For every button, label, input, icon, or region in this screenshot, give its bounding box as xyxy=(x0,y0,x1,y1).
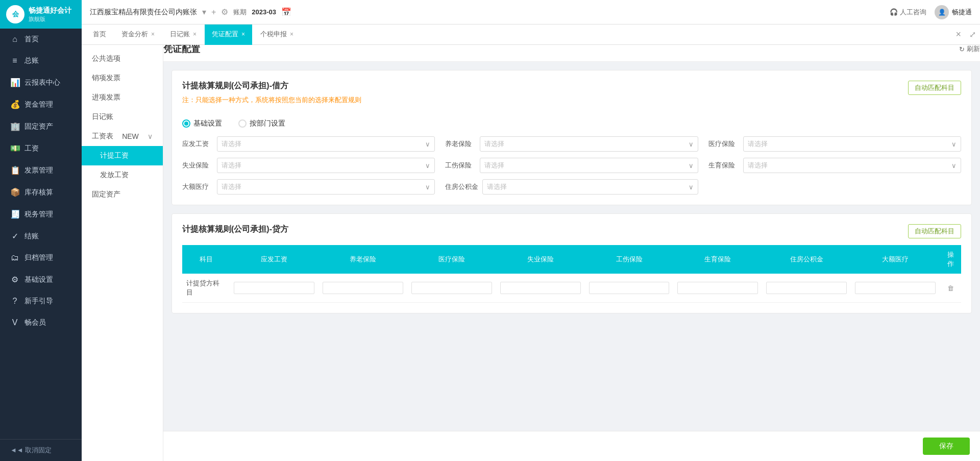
calendar-icon[interactable]: 📅 xyxy=(281,7,291,17)
add-account-icon[interactable]: + xyxy=(211,8,216,17)
user-info: 👤 畅捷通 xyxy=(935,5,972,19)
menu-item-calc-salary[interactable]: 计提工资 xyxy=(82,146,163,165)
tab-home[interactable]: 首页 xyxy=(86,25,113,45)
input-gongjijin[interactable] xyxy=(766,282,847,294)
menu-item-journal[interactable]: 日记账 xyxy=(82,107,163,127)
menu-group-salary[interactable]: 工资表 NEW ∨ xyxy=(82,127,163,146)
sidebar-item-funds[interactable]: 💰 资金管理 xyxy=(0,93,82,115)
select-daeyiliao[interactable]: 请选择 ∨ xyxy=(217,179,435,195)
sidebar-item-label: 发票管理 xyxy=(24,166,53,175)
sidebar-item-label: 新手引导 xyxy=(24,297,53,306)
auto-match-credit-button[interactable]: 自动匹配科目 xyxy=(908,224,961,238)
select-yanglao[interactable]: 请选择 ∨ xyxy=(480,136,698,152)
sidebar-item-reports[interactable]: 📊 云报表中心 xyxy=(0,71,82,93)
home-icon: ⌂ xyxy=(10,35,19,44)
table-header-row: 科目 应发工资 养老保险 医疗保险 失业保险 工伤保险 生育保险 住房公积金 大… xyxy=(182,245,961,274)
tab-voucher[interactable]: 凭证配置 × xyxy=(205,25,252,45)
sidebar-item-assets[interactable]: 🏢 固定资产 xyxy=(0,115,82,137)
sidebar-item-ledger[interactable]: ≡ 总账 xyxy=(0,50,82,71)
select-gongshang[interactable]: 请选择 ∨ xyxy=(480,158,698,173)
select-gongjijin[interactable]: 请选择 ∨ xyxy=(482,179,698,195)
tab-voucher-close[interactable]: × xyxy=(241,31,245,38)
cell-gongshang xyxy=(585,274,674,303)
menu-item-sales[interactable]: 销项发票 xyxy=(82,68,163,88)
expand-icon[interactable]: ⤢ xyxy=(969,30,976,39)
sidebar-item-invoice[interactable]: 📋 发票管理 xyxy=(0,159,82,181)
auto-match-debit-button[interactable]: 自动匹配科目 xyxy=(908,81,961,95)
input-yingfa[interactable] xyxy=(234,282,314,294)
menu-item-public[interactable]: 公共选项 xyxy=(82,49,163,68)
menu-item-pay-salary[interactable]: 发放工资 xyxy=(82,165,163,185)
sidebar-nav: ⌂ 首页 ≡ 总账 📊 云报表中心 💰 资金管理 🏢 固定资产 💵 工资 📋 发… xyxy=(0,29,82,439)
sidebar-item-tax[interactable]: 🧾 税务管理 xyxy=(0,203,82,225)
input-shengyu[interactable] xyxy=(677,282,758,294)
new-badge: NEW xyxy=(122,132,139,140)
label-yiliao: 医疗保险 xyxy=(708,139,739,149)
chevron-down-icon: ∨ xyxy=(425,183,430,191)
sidebar-item-salary[interactable]: 💵 工资 xyxy=(0,137,82,159)
menu-item-fixed-assets[interactable]: 固定资产 xyxy=(82,185,163,204)
tab-tax[interactable]: 个税申报 × xyxy=(253,25,301,45)
sidebar-item-label: 资金管理 xyxy=(24,100,53,109)
sidebar-item-guide[interactable]: ? 新手引导 xyxy=(0,290,82,312)
radio-dept[interactable]: 按部门设置 xyxy=(238,119,285,128)
sidebar-item-label: 畅会员 xyxy=(24,318,46,327)
refresh-button[interactable]: ↻ 刷新 xyxy=(959,45,980,54)
sidebar-item-close[interactable]: ✓ 结账 xyxy=(0,225,82,247)
settings-icon[interactable]: ⚙ xyxy=(221,7,228,17)
company-dropdown-icon[interactable]: ▾ xyxy=(202,7,206,17)
input-yiliao[interactable] xyxy=(411,282,492,294)
label-yanglao: 养老保险 xyxy=(445,139,476,149)
tab-journal-close[interactable]: × xyxy=(193,31,197,38)
label-gongshang: 工伤保险 xyxy=(445,161,476,170)
select-daeyiliao-placeholder: 请选择 xyxy=(222,182,241,191)
chevron-down-icon: ∨ xyxy=(951,140,957,148)
chevron-down-icon: ∨ xyxy=(425,162,430,169)
content-wrapper: 凭证配置 ↻ 刷新 计提核算规则(公司承担)-借方 注：只能选择一种方式，系统将… xyxy=(163,45,980,461)
tab-journal[interactable]: 日记账 × xyxy=(163,25,204,45)
section-credit-title: 计提核算规则(公司承担)-贷方 xyxy=(182,224,288,235)
sidebar-item-label: 基础设置 xyxy=(24,275,53,284)
select-shiye[interactable]: 请选择 ∨ xyxy=(217,158,435,173)
label-gongjijin: 住房公积金 xyxy=(445,182,478,191)
form-row-gongjijin: 住房公积金 请选择 ∨ xyxy=(445,179,698,195)
page-title: 凭证配置 xyxy=(163,45,200,55)
tab-tax-close[interactable]: × xyxy=(290,31,293,38)
topbar-right: 🎧 人工咨询 👤 畅捷通 xyxy=(890,5,972,19)
unpin-button[interactable]: ◄◄ 取消固定 xyxy=(0,439,82,461)
select-yingfa[interactable]: 请选择 ∨ xyxy=(217,136,435,152)
select-yiliao[interactable]: 请选择 ∨ xyxy=(743,136,961,152)
close-all-tabs-icon[interactable]: × xyxy=(951,29,965,40)
sidebar-item-label: 云报表中心 xyxy=(24,78,60,87)
sidebar-item-settings[interactable]: ⚙ 基础设置 xyxy=(0,269,82,290)
input-daeyiliao[interactable] xyxy=(855,282,936,294)
delete-icon[interactable]: 🗑 xyxy=(947,284,954,292)
sidebar-item-archive[interactable]: 🗂 归档管理 xyxy=(0,247,82,269)
tab-funds[interactable]: 资金分析 × xyxy=(114,25,162,45)
select-shengyu[interactable]: 请选择 ∨ xyxy=(743,158,961,173)
inventory-icon: 📦 xyxy=(10,187,19,197)
input-shiye[interactable] xyxy=(500,282,581,294)
topbar: 江西服宝精品有限责任公司内账张 ▾ + ⚙ 账期 2023-03 📅 🎧 人工咨… xyxy=(82,0,980,25)
sidebar-item-label: 归档管理 xyxy=(24,253,53,262)
company-name: 江西服宝精品有限责任公司内账张 xyxy=(90,8,197,17)
tab-home-label: 首页 xyxy=(93,30,106,39)
radio-group: 基础设置 按部门设置 xyxy=(182,119,961,128)
input-gongshang[interactable] xyxy=(589,282,670,294)
sidebar: 会 畅捷通好会计 旗舰版 ⌂ 首页 ≡ 总账 📊 云报表中心 💰 资金管理 🏢 … xyxy=(0,0,82,461)
funds-icon: 💰 xyxy=(10,100,19,109)
input-yanglao[interactable] xyxy=(323,282,403,294)
form-row-yingfa: 应发工资 请选择 ∨ xyxy=(182,136,435,152)
tab-voucher-label: 凭证配置 xyxy=(212,30,238,39)
menu-item-purchase[interactable]: 进项发票 xyxy=(82,88,163,107)
sidebar-item-inventory[interactable]: 📦 库存核算 xyxy=(0,181,82,203)
sidebar-item-vip[interactable]: V 畅会员 xyxy=(0,312,82,333)
section-debit-title: 计提核算规则(公司承担)-借方 xyxy=(182,81,361,91)
tab-funds-close[interactable]: × xyxy=(151,31,155,38)
save-button[interactable]: 保存 xyxy=(923,438,970,455)
service-button[interactable]: 🎧 人工咨询 xyxy=(890,8,926,17)
chevron-down-icon: ∨ xyxy=(951,162,957,169)
radio-basic[interactable]: 基础设置 xyxy=(182,119,222,128)
tab-funds-label: 资金分析 xyxy=(121,30,148,39)
sidebar-item-home[interactable]: ⌂ 首页 xyxy=(0,29,82,50)
